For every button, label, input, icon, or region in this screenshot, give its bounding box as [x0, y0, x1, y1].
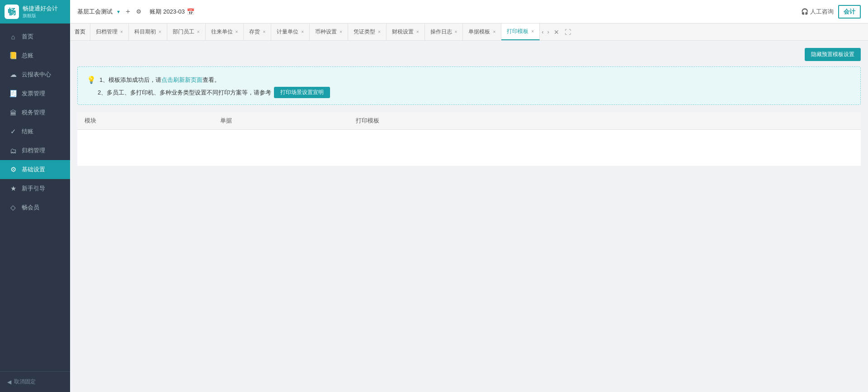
- sidebar-item-ledger[interactable]: 📒总账: [0, 46, 70, 65]
- notice-row-2: 2、多员工、多打印机、多种业务类型设置不同打印方案等，请参考 打印场景设置宣明: [87, 87, 851, 98]
- sidebar-nav: ⌂首页📒总账☁云报表中心🧾发票管理🏛税务管理✓结账🗂归档管理⚙基础设置★新手引导…: [0, 24, 70, 371]
- logo: 畅 畅捷通好会计 旗舰版: [0, 0, 70, 24]
- cancel-pin-button[interactable]: ◀ 取消固定: [0, 371, 70, 392]
- main-area: 基层工会测试 ▾ ＋ ⚙ 账期 2023-03 📅 🎧 人工咨询 会计 首页归档…: [70, 0, 868, 392]
- sidebar-item-member[interactable]: ◇畅会员: [0, 198, 70, 217]
- sidebar-item-tax[interactable]: 🏛税务管理: [0, 103, 70, 122]
- tab-label-inventory: 存货: [249, 28, 260, 36]
- tab-label-departments: 部门员工: [173, 28, 194, 36]
- sidebar-item-invoice[interactable]: 🧾发票管理: [0, 84, 70, 103]
- add-company-button[interactable]: ＋: [124, 7, 132, 16]
- tab-close-departments[interactable]: ×: [197, 29, 200, 34]
- sidebar-item-guide[interactable]: ★新手引导: [0, 179, 70, 198]
- nav-icon-home: ⌂: [9, 33, 17, 41]
- nav-icon-reports: ☁: [9, 71, 17, 79]
- sidebar: 畅 畅捷通好会计 旗舰版 ⌂首页📒总账☁云报表中心🧾发票管理🏛税务管理✓结账🗂归…: [0, 0, 70, 392]
- sidebar-item-checkout[interactable]: ✓结账: [0, 122, 70, 141]
- tab-label-voucher-type: 凭证类型: [354, 28, 375, 36]
- notice-row-1: 💡 1、模板添加成功后，请点击刷新新页面查看。: [87, 73, 851, 87]
- tab-close-measure[interactable]: ×: [301, 29, 304, 34]
- tab-inventory[interactable]: 存货×: [244, 24, 271, 40]
- col-module: 模块: [85, 117, 220, 125]
- nav-icon-guide: ★: [9, 184, 17, 193]
- nav-icon-invoice: 🧾: [9, 90, 17, 98]
- topbar-right: 🎧 人工咨询 会计: [801, 5, 861, 19]
- explain-button[interactable]: 打印场景设置宣明: [274, 87, 330, 98]
- customer-service-button[interactable]: 🎧 人工咨询: [801, 8, 834, 16]
- tab-next-button[interactable]: ›: [545, 28, 551, 35]
- tab-prev-button[interactable]: ‹: [540, 28, 545, 35]
- tab-label-home: 首页: [75, 28, 85, 36]
- nav-label-home: 首页: [22, 33, 33, 41]
- tab-voucher-template[interactable]: 单据模板×: [463, 24, 501, 40]
- sidebar-item-settings[interactable]: ⚙基础设置: [0, 160, 70, 179]
- company-name: 基层工会测试: [77, 8, 113, 16]
- tab-label-operation-log: 操作日志: [430, 28, 452, 36]
- tab-label-subjects: 科目期初: [134, 28, 156, 36]
- nav-icon-member: ◇: [9, 203, 17, 212]
- nav-icon-archive: 🗂: [9, 147, 17, 155]
- logo-text: 畅捷通好会计 旗舰版: [23, 5, 58, 19]
- tab-subjects[interactable]: 科目期初×: [129, 24, 167, 40]
- tab-counterparty[interactable]: 往来单位×: [206, 24, 244, 40]
- tab-label-counterparty: 往来单位: [211, 28, 233, 36]
- nav-icon-settings: ⚙: [9, 165, 17, 174]
- tab-label-voucher-template: 单据模板: [468, 28, 490, 36]
- print-template-table: 模块 单据 打印模板: [77, 112, 861, 166]
- col-template: 打印模板: [356, 117, 854, 125]
- tab-tax-settings[interactable]: 财税设置×: [387, 24, 425, 40]
- table-header: 模块 单据 打印模板: [77, 112, 861, 130]
- arrow-left-icon: ◀: [7, 379, 11, 385]
- period-display: 账期 2023-03 📅: [150, 8, 194, 16]
- calendar-icon[interactable]: 📅: [187, 8, 194, 15]
- notice-box: 💡 1、模板添加成功后，请点击刷新新页面查看。 2、多员工、多打印机、多种业务类…: [77, 66, 861, 105]
- tab-close-subjects[interactable]: ×: [159, 29, 161, 34]
- bulb-icon: 💡: [87, 73, 96, 87]
- sidebar-item-archive[interactable]: 🗂归档管理: [0, 141, 70, 160]
- nav-label-checkout: 结账: [22, 128, 33, 136]
- tab-close-voucher-template[interactable]: ×: [493, 29, 495, 34]
- tab-close-operation-log[interactable]: ×: [455, 29, 458, 34]
- nav-label-reports: 云报表中心: [22, 71, 51, 79]
- nav-label-settings: 基础设置: [22, 165, 45, 174]
- nav-icon-ledger: 📒: [9, 52, 17, 60]
- nav-label-member: 畅会员: [22, 203, 39, 212]
- expand-button[interactable]: ⛶: [562, 28, 574, 36]
- tab-bar: 首页归档管理×科目期初×部门员工×往来单位×存货×计量单位×币种设置×凭证类型×…: [70, 24, 868, 41]
- tab-label-archive-mgmt: 归档管理: [96, 28, 118, 36]
- tab-voucher-type[interactable]: 凭证类型×: [348, 24, 387, 40]
- tab-label-print-template: 打印模板: [507, 28, 528, 35]
- tab-archive-mgmt[interactable]: 归档管理×: [90, 24, 129, 40]
- sidebar-item-home[interactable]: ⌂首页: [0, 27, 70, 46]
- nav-label-tax: 税务管理: [22, 109, 45, 117]
- tab-print-template[interactable]: 打印模板×: [501, 24, 540, 40]
- content-area: 隐藏预置模板设置 💡 1、模板添加成功后，请点击刷新新页面查看。 2、多员工、多…: [70, 41, 868, 392]
- nav-label-invoice: 发票管理: [22, 90, 45, 98]
- nav-icon-checkout: ✓: [9, 128, 17, 136]
- tab-close-tax-settings[interactable]: ×: [416, 29, 419, 34]
- kuaiji-button[interactable]: 会计: [838, 5, 861, 19]
- close-all-tabs-button[interactable]: ✕: [551, 28, 562, 36]
- tab-measure[interactable]: 计量单位×: [271, 24, 310, 40]
- nav-label-guide: 新手引导: [22, 184, 45, 193]
- table-body: [77, 130, 861, 166]
- settings-icon[interactable]: ⚙: [136, 8, 142, 15]
- tab-currency[interactable]: 币种设置×: [310, 24, 348, 40]
- sidebar-item-reports[interactable]: ☁云报表中心: [0, 65, 70, 84]
- nav-label-archive: 归档管理: [22, 146, 45, 155]
- tab-home[interactable]: 首页: [70, 24, 90, 40]
- col-voucher: 单据: [220, 117, 356, 125]
- tab-departments[interactable]: 部门员工×: [167, 24, 206, 40]
- tab-operation-log[interactable]: 操作日志×: [425, 24, 463, 40]
- tab-close-voucher-type[interactable]: ×: [378, 29, 381, 34]
- tab-label-measure: 计量单位: [277, 28, 298, 36]
- tab-label-tax-settings: 财税设置: [392, 28, 414, 36]
- tab-close-counterparty[interactable]: ×: [236, 29, 238, 34]
- hide-preview-button[interactable]: 隐藏预置模板设置: [805, 48, 861, 61]
- tab-close-archive-mgmt[interactable]: ×: [120, 29, 123, 34]
- tab-close-print-template[interactable]: ×: [531, 29, 534, 34]
- tab-close-inventory[interactable]: ×: [263, 29, 265, 34]
- company-dropdown-icon[interactable]: ▾: [117, 9, 120, 15]
- refresh-link[interactable]: 点击刷新新页面: [161, 76, 203, 83]
- tab-close-currency[interactable]: ×: [340, 29, 342, 34]
